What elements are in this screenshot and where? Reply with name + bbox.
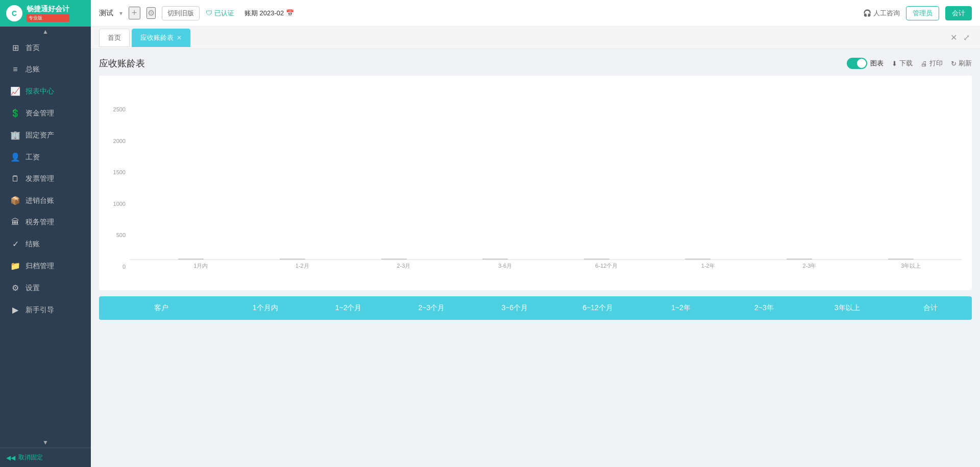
sidebar-item-tax[interactable]: 🏛 税务管理 <box>0 212 91 233</box>
sidebar-scroll-up[interactable]: ▲ <box>0 27 91 37</box>
bar <box>381 259 407 260</box>
chart-y-axis: 0 500 1000 1500 2000 2500 <box>109 106 130 270</box>
sidebar-cancel-fixed[interactable]: ◀◀ 取消固定 <box>0 448 91 467</box>
funds-icon: 💲 <box>10 108 20 118</box>
table-header-cell: 3年以上 <box>805 303 889 313</box>
print-icon: 🖨 <box>921 60 927 67</box>
y-label-2500: 2500 <box>109 106 130 112</box>
sidebar-item-label: 工资 <box>26 153 40 162</box>
company-dropdown-icon[interactable]: ▾ <box>119 10 122 17</box>
certified-badge: 🛡 已认证 <box>206 9 234 18</box>
y-label-1500: 1500 <box>109 169 130 175</box>
page-actions: 图表 ⬇ 下载 🖨 打印 ↻ 刷新 <box>847 58 972 69</box>
tab-home[interactable]: 首页 <box>99 29 130 47</box>
table-header-cell: 3~6个月 <box>473 303 556 313</box>
old-version-button[interactable]: 切到旧版 <box>162 6 200 20</box>
bar <box>482 259 508 260</box>
tab-home-label: 首页 <box>108 33 121 42</box>
add-button[interactable]: + <box>129 7 140 19</box>
table-header-cell: 2~3个月 <box>390 303 473 313</box>
print-button[interactable]: 🖨 打印 <box>921 59 943 68</box>
tabbar-close-icon[interactable]: ✕ <box>948 31 959 44</box>
chart-area: 0 500 1000 1500 2000 2500 <box>109 86 962 270</box>
chart-plot-wrap: 1月内1-2月2-3月3-6月6-12个月1-2年2-3年3年以上 <box>130 260 962 270</box>
admin-button[interactable]: 管理员 <box>906 6 939 20</box>
sidebar-item-closing[interactable]: ✓ 结账 <box>0 233 91 255</box>
sidebar-item-funds[interactable]: 💲 资金管理 <box>0 102 91 124</box>
bar <box>888 259 914 260</box>
sidebar-item-label: 发票管理 <box>26 174 54 183</box>
table-container: 客户1个月内1~2个月2~3个月3~6个月6~12个月1~2年2~3年3年以上合… <box>99 296 972 320</box>
y-label-2000: 2000 <box>109 138 130 144</box>
settings-icon: ⚙ <box>10 283 20 293</box>
x-label: 1月内 <box>150 262 252 270</box>
guide-icon: ▶ <box>10 305 20 315</box>
period-label: 账期 <box>244 9 258 18</box>
sidebar-item-reports[interactable]: 📈 报表中心 <box>0 80 91 102</box>
x-labels-row: 1月内1-2月2-3月3-6月6-12个月1-2年2-3年3年以上 <box>130 262 962 270</box>
sidebar-item-assets[interactable]: 🏢 固定资产 <box>0 124 91 146</box>
y-label-1000: 1000 <box>109 201 130 207</box>
tabbar: 首页 应收账龄表 ✕ ✕ ⤢ <box>91 27 980 49</box>
app-logo: C 畅捷通好会计 专业版 <box>0 0 91 27</box>
sidebar-item-guide[interactable]: ▶ 新手引导 <box>0 299 91 321</box>
sidebar-footer-label: 取消固定 <box>18 453 43 462</box>
logo-icon: C <box>6 5 22 21</box>
tab-close-icon[interactable]: ✕ <box>177 34 182 41</box>
bar <box>280 259 305 260</box>
sidebar-item-purchase[interactable]: 📦 进销台账 <box>0 190 91 212</box>
sidebar-item-label: 结账 <box>26 240 40 249</box>
ledger-icon: ≡ <box>10 65 20 74</box>
refresh-label: 刷新 <box>959 59 972 68</box>
settings-button[interactable]: ⚙ <box>146 7 156 19</box>
tab-ar-aging-label: 应收账龄表 <box>140 33 174 42</box>
company-name: 测试 <box>99 9 113 18</box>
bar <box>787 259 812 260</box>
sidebar-item-label: 固定资产 <box>26 131 54 140</box>
closing-icon: ✓ <box>10 239 20 249</box>
x-label: 3-6月 <box>454 262 556 270</box>
x-label: 2-3年 <box>759 262 861 270</box>
refresh-icon: ↻ <box>951 60 957 67</box>
chart-toggle[interactable] <box>847 58 867 69</box>
sidebar-nav: ⊞ 首页 ≡ 总账 📈 报表中心 💲 资金管理 🏢 固定资产 👤 工资 🗒 发票… <box>0 37 91 437</box>
page-header: 应收账龄表 图表 ⬇ 下载 🖨 打印 ↻ 刷新 <box>99 57 972 69</box>
sidebar-item-archive[interactable]: 📁 归档管理 <box>0 255 91 277</box>
bar <box>178 259 204 260</box>
service-label: 人工咨询 <box>873 9 900 18</box>
content-area: 应收账龄表 图表 ⬇ 下载 🖨 打印 ↻ 刷新 <box>91 49 980 467</box>
table-header-cell: 1~2个月 <box>307 303 390 313</box>
download-button[interactable]: ⬇ 下载 <box>892 59 913 68</box>
bar <box>685 259 710 260</box>
tab-ar-aging[interactable]: 应收账龄表 ✕ <box>132 29 190 47</box>
table-header-cell: 客户 <box>99 303 224 313</box>
sidebar-item-payroll[interactable]: 👤 工资 <box>0 146 91 168</box>
y-label-0: 0 <box>109 264 130 270</box>
app-version: 专业版 <box>27 14 69 22</box>
topbar: 测试 ▾ + ⚙ 切到旧版 🛡 已认证 账期 2023-02 📅 🎧 人工咨询 … <box>91 0 980 27</box>
service-button[interactable]: 🎧 人工咨询 <box>863 9 900 18</box>
sidebar-item-label: 首页 <box>26 43 40 53</box>
sidebar-item-ledger[interactable]: ≡ 总账 <box>0 59 91 80</box>
home-icon: ⊞ <box>10 43 20 53</box>
sidebar-scroll-down[interactable]: ▼ <box>0 437 91 448</box>
sidebar-item-invoice[interactable]: 🗒 发票管理 <box>0 168 91 190</box>
table-header-cell: 6~12个月 <box>556 303 640 313</box>
certified-label: 已认证 <box>214 9 234 18</box>
refresh-button[interactable]: ↻ 刷新 <box>951 59 972 68</box>
sidebar-item-home[interactable]: ⊞ 首页 <box>0 37 91 59</box>
accountant-button[interactable]: 会计 <box>945 6 972 20</box>
logo-text-group: 畅捷通好会计 专业版 <box>27 5 69 22</box>
chart-toggle-label: 图表 <box>870 59 884 68</box>
print-label: 打印 <box>929 59 943 68</box>
x-label: 2-3月 <box>353 262 455 270</box>
sidebar-item-settings[interactable]: ⚙ 设置 <box>0 277 91 299</box>
payroll-icon: 👤 <box>10 152 20 162</box>
toggle-knob <box>857 59 866 68</box>
download-icon: ⬇ <box>892 60 897 67</box>
period-display: 账期 2023-02 📅 <box>244 9 295 18</box>
tabbar-expand-icon[interactable]: ⤢ <box>961 31 972 44</box>
sidebar-item-label: 设置 <box>26 284 40 293</box>
table-header-cell: 2~3年 <box>722 303 805 313</box>
calendar-icon[interactable]: 📅 <box>286 9 294 17</box>
